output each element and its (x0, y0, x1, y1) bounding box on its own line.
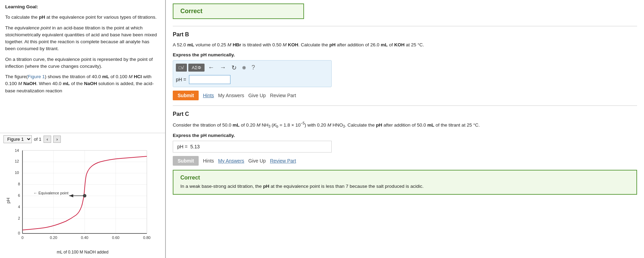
part-c-ph-value: 5.13 (190, 144, 200, 149)
part-c-title: Part C (173, 111, 637, 117)
part-c-description: Consider the titration of 50.0 mL of 0.2… (173, 121, 637, 129)
titration-chart: pH 0 (3, 147, 155, 247)
learning-goal-paragraph3: On a titration curve, the equivalence po… (5, 56, 160, 70)
part-b-ph-row: pH = (176, 75, 329, 84)
part-a-correct-label: Correct (180, 8, 202, 15)
figure-next-button[interactable]: › (53, 136, 61, 143)
svg-text:4: 4 (18, 205, 20, 209)
part-b-math-container: □√ ΑΣΦ ← → ↻ ⎈ ? pH = (173, 60, 332, 87)
refresh-button[interactable]: ↻ (229, 63, 239, 72)
part-c-express-label: Express the pH numerically. (173, 133, 637, 138)
part-c-ph-label: pH = (177, 144, 190, 149)
part-b-hints-button[interactable]: Hints (203, 93, 214, 98)
part-b-ph-label: pH = (176, 77, 186, 82)
svg-text:10: 10 (15, 171, 19, 175)
learning-goal-label: Learning Goal: (5, 3, 160, 10)
svg-text:0: 0 (18, 231, 20, 235)
part-c-submit-row: Submit Hints My Answers Give Up Review P… (173, 156, 637, 166)
learning-goal-paragraph4: The figure(Figure 1) shows the titration… (5, 73, 160, 94)
part-b-submit-button[interactable]: Submit (173, 91, 199, 100)
svg-text:0.20: 0.20 (50, 236, 57, 240)
svg-text:0: 0 (21, 236, 23, 240)
part-c-answer-box: pH = 5.13 (173, 141, 332, 153)
part-b-ph-input[interactable] (189, 75, 230, 84)
svg-text:8: 8 (18, 182, 20, 186)
figure-link[interactable]: Figure 1 (28, 74, 45, 79)
part-b-submit-row: Submit Hints My Answers Give Up Review P… (173, 91, 637, 100)
figure-of-label: of 1 (34, 137, 41, 142)
part-a-correct-box: Correct (173, 3, 304, 19)
divider-bc (173, 105, 637, 106)
part-c-correct-box: Correct In a weak base-strong acid titra… (173, 170, 637, 195)
redo-button[interactable]: → (218, 63, 228, 72)
svg-text:pH: pH (6, 198, 11, 204)
svg-text:0.80: 0.80 (143, 236, 150, 240)
svg-text:14: 14 (15, 148, 19, 153)
figure-prev-button[interactable]: ‹ (44, 136, 51, 143)
learning-goal-paragraph2: The equivalence point in an acid-base ti… (5, 25, 160, 53)
chart-x-label: mL of 0.100 M NaOH added (3, 250, 162, 255)
svg-text:0.40: 0.40 (81, 236, 88, 240)
part-b-section: Part B A 52.0 mL volume of 0.25 M HBr is… (173, 31, 637, 100)
svg-text:6: 6 (18, 193, 20, 197)
part-c-hints-button[interactable]: Hints (203, 158, 214, 164)
left-content-panel: Learning Goal: To calculate the pH at th… (0, 0, 165, 133)
learning-goal-paragraph1: To calculate the pH at the equivalence p… (5, 14, 160, 21)
part-c-my-answers-button[interactable]: My Answers (218, 158, 244, 164)
part-c-correct-detail: In a weak base-strong acid titration, th… (180, 183, 629, 190)
greek-button[interactable]: ΑΣΦ (188, 64, 205, 72)
part-b-description: A 52.0 mL volume of 0.25 M HBr is titrat… (173, 41, 637, 49)
part-b-review-part-button[interactable]: Review Part (270, 93, 296, 98)
part-b-express-label: Express the pH numerically. (173, 52, 637, 57)
part-c-correct-label: Correct (180, 175, 629, 181)
svg-text:12: 12 (15, 159, 19, 163)
keyboard-button[interactable]: ⎈ (240, 63, 248, 72)
part-c-review-part-button[interactable]: Review Part (270, 158, 296, 164)
part-b-my-answers-button[interactable]: My Answers (218, 93, 244, 98)
undo-button[interactable]: ← (206, 63, 216, 72)
svg-text:← Equivalence point: ← Equivalence point (34, 191, 68, 195)
right-panel: Correct Part B A 52.0 mL volume of 0.25 … (166, 0, 644, 258)
figure-select[interactable]: Figure 1 (3, 135, 32, 143)
help-button[interactable]: ? (249, 63, 257, 72)
part-c-submit-button: Submit (173, 156, 199, 166)
part-b-title: Part B (173, 31, 637, 38)
svg-text:0.60: 0.60 (112, 236, 119, 240)
svg-text:2: 2 (18, 216, 20, 220)
part-c-give-up-button[interactable]: Give Up (248, 158, 266, 164)
figure-controls: Figure 1 of 1 ‹ › (0, 133, 165, 145)
matrix-button[interactable]: □√ (176, 64, 187, 72)
part-b-give-up-button[interactable]: Give Up (248, 93, 266, 98)
part-b-math-toolbar: □√ ΑΣΦ ← → ↻ ⎈ ? (176, 63, 329, 72)
part-c-section: Part C Consider the titration of 50.0 mL… (173, 111, 637, 195)
divider-ab (173, 26, 637, 26)
chart-area: pH 0 (0, 145, 165, 258)
